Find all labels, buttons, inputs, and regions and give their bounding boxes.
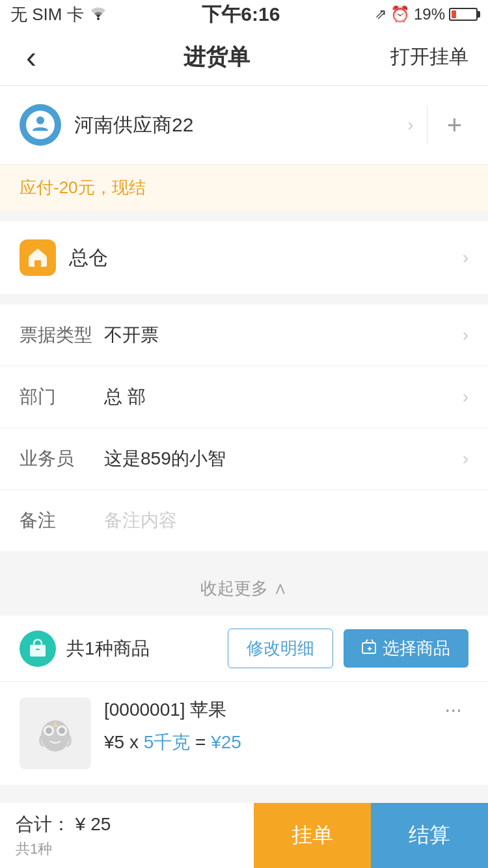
svg-rect-6 [36, 649, 40, 650]
product-section-icon [20, 631, 56, 667]
total-section: 合计： ¥ 25 共1种 [0, 803, 254, 868]
battery-icon [449, 8, 478, 21]
vertical-divider [427, 105, 427, 144]
salesperson-label: 业务员 [20, 446, 98, 471]
svg-point-14 [59, 727, 65, 734]
status-time: 下午6:16 [202, 1, 280, 28]
form-card: 票据类型 不开票 › 部门 总 部 › 业务员 这是859的小智 › 备注 备注… [0, 305, 488, 551]
suspend-button[interactable]: 挂单 [254, 803, 371, 868]
nav-bar: ‹ 进货单 打开挂单 [0, 29, 488, 86]
invoice-chevron-icon: › [463, 325, 468, 346]
select-product-label: 选择商品 [383, 637, 450, 660]
product-code: [0000001] [104, 699, 185, 720]
salesperson-value: 这是859的小智 [98, 446, 456, 471]
product-section: 共1种商品 修改明细 选择商品 [0, 616, 488, 785]
remark-label: 备注 [20, 508, 98, 533]
product-info: [0000001] 苹果 ¥5 x 5千克 = ¥25 [104, 698, 438, 755]
warehouse-chevron-icon: › [463, 247, 468, 268]
product-unit-price: ¥5 [104, 732, 124, 752]
avatar-icon [30, 113, 51, 138]
open-suspend-button[interactable]: 打开挂单 [390, 44, 468, 70]
add-supplier-button[interactable]: + [441, 111, 468, 140]
svg-point-0 [97, 18, 100, 20]
warehouse-row[interactable]: 总仓 › [0, 221, 488, 294]
total-main: 合计： ¥ 25 [16, 812, 238, 837]
invoice-type-label: 票据类型 [20, 323, 98, 347]
main-content: 河南供应商22 › + 应付-20元，现结 总仓 › 票据类型 不开票 › [0, 86, 488, 863]
warehouse-card: 总仓 › [0, 221, 488, 294]
payment-hint: 应付-20元，现结 [0, 165, 488, 211]
wifi-icon [89, 5, 107, 25]
status-right: ⇗ ⏰ 19% [375, 5, 478, 23]
product-total: ¥25 [211, 732, 241, 752]
product-thumbnail [20, 698, 91, 769]
salesperson-row[interactable]: 业务员 这是859的小智 › [0, 428, 488, 490]
back-button[interactable]: ‹ [20, 33, 43, 81]
product-more-button[interactable]: ··· [438, 698, 468, 722]
total-label: 合计： [16, 814, 70, 834]
checkout-button[interactable]: 结算 [371, 803, 488, 868]
total-amount: ¥ 25 [75, 814, 111, 834]
product-count-label: 共1种商品 [66, 636, 228, 661]
product-item: [0000001] 苹果 ¥5 x 5千克 = ¥25 ··· [0, 682, 488, 785]
product-header: 共1种商品 修改明细 选择商品 [0, 616, 488, 682]
battery-percent: 19% [414, 5, 445, 23]
remark-input[interactable]: 备注内容 [98, 508, 468, 533]
total-sub: 共1种 [16, 839, 238, 859]
department-chevron-icon: › [463, 387, 468, 407]
carrier-label: 无 SIM 卡 [10, 3, 84, 26]
supplier-name: 河南供应商22 [74, 112, 401, 139]
location-icon: ⇗ [375, 6, 386, 23]
svg-rect-4 [34, 260, 41, 267]
warehouse-name: 总仓 [69, 245, 456, 271]
svg-point-13 [46, 727, 52, 734]
edit-detail-button[interactable]: 修改明细 [228, 629, 333, 668]
product-title: 苹果 [190, 699, 226, 720]
product-quantity: 5千克 [144, 732, 191, 752]
supplier-chevron-icon: › [407, 115, 413, 135]
remark-row[interactable]: 备注 备注内容 [0, 490, 488, 551]
warehouse-icon [20, 239, 56, 276]
product-price: ¥5 x 5千克 = ¥25 [104, 730, 438, 755]
salesperson-chevron-icon: › [463, 448, 468, 469]
alarm-icon: ⏰ [390, 5, 410, 23]
invoice-type-value: 不开票 [98, 323, 456, 347]
product-multiply: x [129, 732, 144, 752]
select-product-button[interactable]: 选择商品 [344, 629, 468, 668]
department-label: 部门 [20, 385, 98, 409]
invoice-type-row[interactable]: 票据类型 不开票 › [0, 305, 488, 366]
bottom-bar: 合计： ¥ 25 共1种 挂单 结算 [0, 803, 488, 868]
product-equals: = [195, 732, 211, 752]
department-row[interactable]: 部门 总 部 › [0, 366, 488, 428]
supplier-row[interactable]: 河南供应商22 › + [0, 86, 488, 165]
department-value: 总 部 [98, 385, 456, 409]
svg-rect-5 [30, 645, 46, 657]
select-product-icon [362, 638, 377, 658]
status-bar: 无 SIM 卡 下午6:16 ⇗ ⏰ 19% [0, 0, 488, 29]
status-left: 无 SIM 卡 [10, 3, 107, 26]
svg-point-1 [36, 116, 44, 124]
svg-marker-3 [29, 249, 47, 256]
supplier-card: 河南供应商22 › + 应付-20元，现结 [0, 86, 488, 211]
page-title: 进货单 [183, 42, 250, 72]
collapse-bar[interactable]: 收起更多 ∧ [0, 562, 488, 616]
product-name: [0000001] 苹果 [104, 698, 438, 722]
supplier-avatar [20, 104, 61, 146]
